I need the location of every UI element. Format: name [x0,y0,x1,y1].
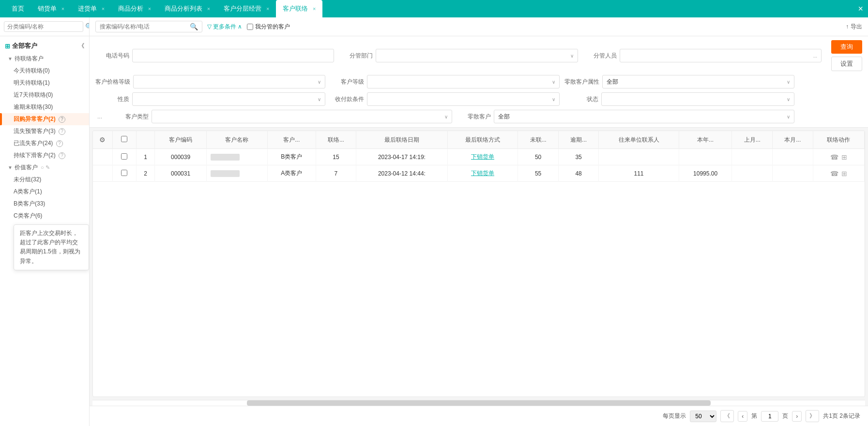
dept-select[interactable]: ∨ [376,49,578,62]
prev-page-btn[interactable]: ‹ [738,411,747,422]
nav-purchase[interactable]: 进货单 × [71,0,111,17]
filter-payment: 收付款条件 ∨ [330,92,560,106]
filter-area: 电话号码 分管部门 ∨ 分管人员 ... [90,36,868,128]
nav-customer-tier-close[interactable]: × [266,6,269,12]
col-last-month[interactable]: 上月... [732,131,773,149]
row-checkbox[interactable] [121,170,127,176]
select-all-checkbox[interactable] [121,136,127,142]
col-customer-code[interactable]: 客户编码 [155,131,206,149]
sidebar-overdue-contact[interactable]: 逾期未联络(30) [0,101,89,113]
col-last-contact-method[interactable]: 最后联络方式 [447,131,518,149]
contact-phone-icon[interactable]: ☎ [830,170,838,177]
col-unit-contact[interactable]: 往来单位联系人 [599,131,679,149]
nav-home[interactable]: 首页 [5,0,31,17]
sidebar-c-customers[interactable]: C类客户(6) [0,210,89,222]
sidebar-repurchase-abnormal[interactable]: 回购异常客户(2) ? [0,113,89,125]
page-input[interactable] [761,411,778,422]
col-overdue[interactable]: 逾期... [558,131,599,149]
toolbar-search-icon[interactable]: 🔍 [190,23,198,30]
nav-purchase-close[interactable]: × [102,6,105,12]
contact-record-icon[interactable]: ⊞ [841,153,847,161]
gender-select[interactable]: ∨ [132,92,325,106]
my-customers-checkbox[interactable] [247,24,253,30]
phone-input[interactable] [132,49,334,62]
export-btn[interactable]: ↑ 导出 [846,23,862,31]
col-unread[interactable]: 未联... [518,131,559,149]
col-customer-name[interactable]: 客户名称 [206,131,267,149]
sidebar-b-customers[interactable]: B类客户(33) [0,198,89,210]
sidebar-ungrouped[interactable]: 未分组(32) [0,174,89,186]
my-customers-filter[interactable]: 我分管的客户 [247,23,290,31]
nav-product-analysis[interactable]: 商品分析 × [111,0,158,17]
horizontal-scroll-bar[interactable] [92,400,865,406]
customer-grade-select[interactable]: ∨ [367,75,560,88]
sidebar-lost-customers[interactable]: 已流失客户(24) ? [0,137,89,149]
edit-group-icon[interactable]: ○ ✎ [41,164,50,171]
settings-button[interactable]: 设置 [831,57,862,71]
first-page-btn[interactable]: 《 [720,410,734,422]
more-conditions-btn[interactable]: ▽ 更多条件 ∧ [207,23,242,31]
nav-customer-contact-close[interactable]: × [313,6,316,12]
retail-customer-select[interactable]: 全部 ∨ [494,110,794,123]
search-input[interactable] [100,23,187,30]
declining-info-icon[interactable]: ? [59,152,65,159]
nav-sales-close[interactable]: × [61,6,64,12]
contact-method-link[interactable]: 下销货单 [471,153,494,160]
row-index: 2 [136,165,155,182]
status-select[interactable]: ∨ [601,92,794,106]
nav-product-analysis-close[interactable]: × [148,6,151,12]
col-checkbox[interactable] [112,131,136,149]
contact-phone-icon[interactable]: ☎ [830,153,838,161]
col-contact[interactable]: 联络... [316,131,356,149]
row-last-contact-method[interactable]: 下销货单 [447,149,518,165]
staff-dots: ... [813,53,817,59]
close-all-tabs[interactable]: × [858,4,863,14]
nav-product-list-close[interactable]: × [207,6,210,12]
sidebar-lost-predict[interactable]: 流失预警客户(3) ? [0,125,89,137]
next-page-btn[interactable]: › [792,411,802,422]
contact-method-link[interactable]: 下销货单 [471,170,494,176]
lost-info-icon[interactable]: ? [56,140,63,147]
sidebar-tomorrow-pending[interactable]: 明天待联络(1) [0,77,89,89]
nav-product-list[interactable]: 商品分析列表 × [158,0,217,17]
sidebar-7days-pending[interactable]: 近7天待联络(0) [0,89,89,101]
toolbar-search-box: 🔍 [95,21,202,32]
price-grade-select[interactable]: ∨ [133,75,325,88]
sidebar-today-pending[interactable]: 今天待联络(0) [0,65,89,77]
query-button[interactable]: 查询 [831,40,862,54]
col-gear[interactable]: ⚙ [93,131,112,149]
per-page-select[interactable]: 50 20 100 [690,411,716,422]
col-this-month[interactable]: 本月... [772,131,813,149]
col-last-contact-date[interactable]: 最后联络日期 [356,131,447,149]
nav-customer-contact[interactable]: 客户联络 × [276,0,322,17]
repurchase-info-icon[interactable]: ? [59,116,65,123]
nav-customer-tier[interactable]: 客户分层经营 × [217,0,276,17]
sidebar-search-input[interactable] [4,21,83,32]
last-page-btn[interactable]: 》 [806,410,819,422]
all-customers-title[interactable]: ⊞ 全部客户 《 [0,39,89,53]
customer-name-blurred [211,154,240,161]
row-last-contact-method[interactable]: 下销货单 [447,165,518,182]
col-this-year[interactable]: 本年... [679,131,732,149]
row-this-month [772,165,813,182]
more-filters-dots[interactable]: ... [97,113,102,120]
row-checkbox-cell[interactable] [112,165,136,182]
staff-select[interactable]: ... [620,49,822,62]
sidebar-search-icon[interactable]: 🔍 [85,23,90,30]
row-checkbox-cell[interactable] [112,149,136,165]
toolbar: 🔍 ▽ 更多条件 ∧ 我分管的客户 ↑ 导出 [90,17,868,36]
sidebar-declining-customers[interactable]: 持续下滑客户(2) ? [0,149,89,162]
nav-sales[interactable]: 销货单 × [31,0,71,17]
retail-attr-select[interactable]: 全部 ∨ [602,75,794,88]
sidebar-a-customers[interactable]: A类客户(1) [0,186,89,198]
contact-record-icon[interactable]: ⊞ [841,170,847,177]
customer-type-select[interactable]: ∨ [152,110,452,123]
column-settings-btn[interactable]: ⚙ [98,135,107,145]
sidebar-collapse-btn[interactable]: 《 [78,42,84,50]
pending-contact-group[interactable]: ▼ 待联络客户 [0,53,89,65]
payment-select[interactable]: ∨ [367,92,560,106]
col-customer-type[interactable]: 客户... [267,131,316,149]
row-checkbox[interactable] [121,153,127,160]
lost-predict-info-icon[interactable]: ? [59,128,65,135]
value-customer-group[interactable]: ▼ 价值客户 ○ ✎ [0,162,89,174]
